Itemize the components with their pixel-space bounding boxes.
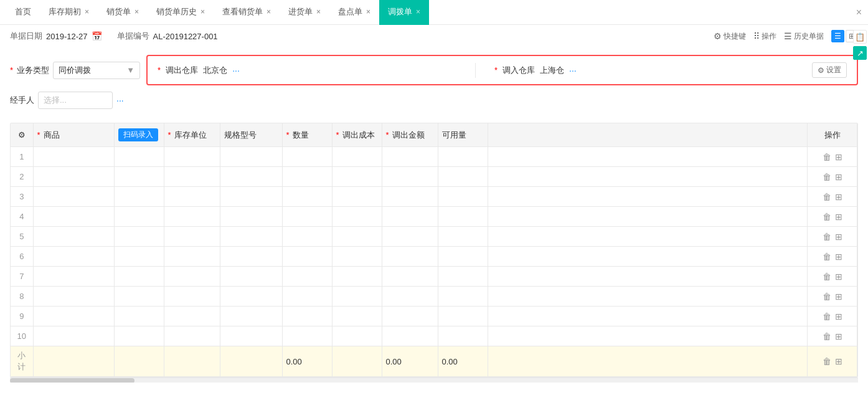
scrollbar-thumb[interactable]: [10, 378, 134, 383]
tab-sales-order[interactable]: 销货单 ×: [98, 0, 148, 25]
horizontal-scrollbar[interactable]: [10, 378, 858, 383]
shortcut-button[interactable]: ⚙ 快捷键: [714, 31, 746, 42]
cost-cell[interactable]: [332, 267, 382, 287]
tab-close-sales-history[interactable]: ×: [200, 7, 205, 16]
spec-cell[interactable]: [220, 247, 282, 267]
product-cell[interactable]: [33, 187, 114, 207]
sidebar-expand-icon[interactable]: ↗: [853, 46, 867, 60]
business-type-select[interactable]: 同价调拨 ▼: [53, 62, 140, 79]
product-cell[interactable]: [33, 267, 114, 287]
window-close-button[interactable]: ×: [856, 7, 862, 18]
delete-row-icon[interactable]: 🗑: [823, 312, 831, 321]
amount-cell[interactable]: [382, 187, 438, 207]
amount-cell[interactable]: [382, 326, 438, 346]
layout-list-button[interactable]: ☰: [831, 30, 844, 42]
spec-cell[interactable]: [220, 307, 282, 326]
table-settings-icon[interactable]: ⚙: [18, 130, 26, 140]
delete-row-icon[interactable]: 🗑: [823, 272, 831, 282]
unit-cell[interactable]: [164, 207, 220, 227]
spec-cell[interactable]: [220, 187, 282, 207]
delete-row-icon[interactable]: 🗑: [823, 292, 831, 302]
spec-cell[interactable]: [220, 227, 282, 247]
copy-row-icon[interactable]: ⊞: [835, 272, 842, 282]
tab-close-inventory-init[interactable]: ×: [85, 7, 89, 16]
spec-cell[interactable]: [220, 147, 282, 167]
th-settings[interactable]: ⚙: [11, 123, 33, 147]
copy-row-icon[interactable]: ⊞: [835, 252, 842, 262]
product-cell[interactable]: [33, 167, 114, 187]
handler-select[interactable]: 选择...: [38, 92, 113, 109]
spec-cell[interactable]: [220, 287, 282, 307]
qty-cell[interactable]: [282, 227, 332, 247]
product-cell[interactable]: [33, 287, 114, 307]
history-button[interactable]: ☰ 历史单据: [784, 31, 824, 42]
product-cell[interactable]: [33, 247, 114, 267]
qty-cell[interactable]: [282, 247, 332, 267]
scan-button[interactable]: 扫码录入: [118, 128, 158, 141]
amount-cell[interactable]: [382, 227, 438, 247]
unit-cell[interactable]: [164, 267, 220, 287]
tab-transfer[interactable]: 调拨单 ×: [379, 0, 429, 25]
delete-row-icon[interactable]: 🗑: [823, 172, 831, 182]
cost-cell[interactable]: [332, 307, 382, 326]
product-cell[interactable]: [33, 326, 114, 346]
unit-cell[interactable]: [164, 307, 220, 326]
qty-cell[interactable]: [282, 167, 332, 187]
cost-cell[interactable]: [332, 187, 382, 207]
spec-cell[interactable]: [220, 267, 282, 287]
delete-row-icon[interactable]: 🗑: [823, 331, 831, 341]
tab-stocktake[interactable]: 盘点单 ×: [329, 0, 379, 25]
doc-date-value[interactable]: 2019-12-27: [46, 32, 88, 41]
tab-purchase-order[interactable]: 进货单 ×: [280, 0, 329, 25]
qty-cell[interactable]: [282, 307, 332, 326]
spec-cell[interactable]: [220, 326, 282, 346]
delete-icon[interactable]: 🗑: [823, 356, 831, 366]
unit-cell[interactable]: [164, 187, 220, 207]
unit-cell[interactable]: [164, 247, 220, 267]
unit-cell[interactable]: [164, 227, 220, 247]
operations-button[interactable]: ⠿ 操作: [753, 31, 776, 42]
out-warehouse-more-button[interactable]: ···: [232, 65, 240, 75]
handler-more-button[interactable]: ···: [116, 95, 124, 105]
cost-cell[interactable]: [332, 227, 382, 247]
cost-cell[interactable]: [332, 287, 382, 307]
in-warehouse-value[interactable]: 上海仓: [540, 65, 564, 76]
qty-cell[interactable]: [282, 207, 332, 227]
out-warehouse-value[interactable]: 北京仓: [203, 65, 227, 76]
tab-inventory-init[interactable]: 库存期初 ×: [40, 0, 98, 25]
amount-cell[interactable]: [382, 247, 438, 267]
delete-row-icon[interactable]: 🗑: [823, 232, 831, 242]
tab-close-view-sales[interactable]: ×: [267, 7, 271, 16]
product-cell[interactable]: [33, 147, 114, 167]
copy-row-icon[interactable]: ⊞: [835, 292, 842, 302]
qty-cell[interactable]: [282, 147, 332, 167]
copy-row-icon[interactable]: ⊞: [835, 152, 842, 162]
qty-cell[interactable]: [282, 326, 332, 346]
cost-cell[interactable]: [332, 247, 382, 267]
amount-cell[interactable]: [382, 147, 438, 167]
delete-row-icon[interactable]: 🗑: [823, 192, 831, 202]
cost-cell[interactable]: [332, 147, 382, 167]
cost-cell[interactable]: [332, 167, 382, 187]
copy-row-icon[interactable]: ⊞: [835, 192, 842, 202]
amount-cell[interactable]: [382, 307, 438, 326]
amount-cell[interactable]: [382, 287, 438, 307]
tab-close-transfer[interactable]: ×: [416, 7, 420, 16]
tab-sales-history[interactable]: 销货单历史 ×: [148, 0, 214, 25]
copy-row-icon[interactable]: ⊞: [835, 232, 842, 242]
tab-view-sales[interactable]: 查看销货单 ×: [214, 0, 280, 25]
amount-cell[interactable]: [382, 267, 438, 287]
cost-cell[interactable]: [332, 326, 382, 346]
qty-cell[interactable]: [282, 267, 332, 287]
delete-row-icon[interactable]: 🗑: [823, 252, 831, 262]
qty-cell[interactable]: [282, 187, 332, 207]
tab-close-stocktake[interactable]: ×: [366, 7, 370, 16]
product-cell[interactable]: [33, 307, 114, 326]
cost-cell[interactable]: [332, 207, 382, 227]
amount-cell[interactable]: [382, 207, 438, 227]
unit-cell[interactable]: [164, 287, 220, 307]
sidebar-note-icon[interactable]: 📋: [853, 30, 867, 44]
tab-close-sales-order[interactable]: ×: [134, 7, 139, 16]
copy-icon[interactable]: ⊞: [835, 356, 842, 366]
unit-cell[interactable]: [164, 147, 220, 167]
